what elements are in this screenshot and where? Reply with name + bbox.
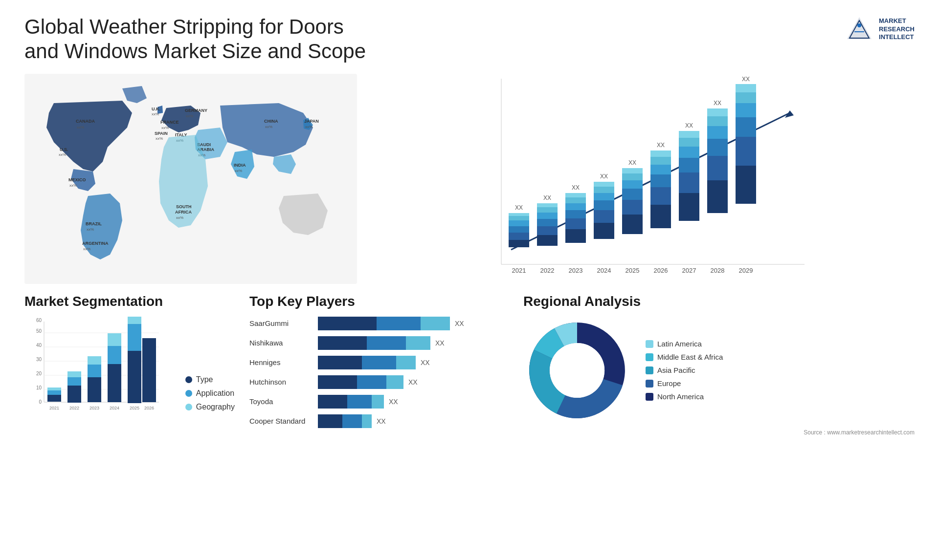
svg-text:40: 40 (36, 343, 42, 348)
player-value-hutchinson: XX (408, 378, 418, 386)
bar-seg2 (357, 375, 386, 389)
legend-color-europe (646, 380, 653, 388)
svg-rect-108 (736, 103, 756, 117)
svg-rect-100 (707, 126, 728, 139)
svg-rect-131 (67, 386, 81, 403)
svg-text:XX: XX (572, 184, 580, 191)
svg-rect-132 (67, 377, 81, 386)
svg-rect-90 (679, 172, 699, 193)
legend-item-type: Type (185, 375, 235, 384)
player-value-nishikawa: XX (435, 339, 445, 347)
svg-text:2023: 2023 (569, 267, 583, 274)
svg-text:2026: 2026 (654, 267, 668, 274)
svg-rect-60 (565, 203, 586, 210)
bar-seg3 (421, 317, 450, 330)
legend-color-asia-pacific (646, 366, 653, 374)
seg-svg-area: 0 10 20 30 40 50 60 (24, 317, 176, 426)
regional-legend-asia-pacific: Asia Pacific (646, 366, 723, 374)
svg-text:50: 50 (36, 328, 42, 334)
svg-text:xx%: xx% (161, 126, 169, 130)
svg-rect-67 (594, 200, 614, 210)
bar-seg3 (372, 395, 384, 409)
svg-text:xx%: xx% (176, 215, 183, 220)
logo-text: MARKET RESEARCH INTELLECT (879, 17, 915, 42)
svg-rect-139 (108, 364, 121, 402)
svg-rect-73 (622, 215, 643, 234)
svg-text:xx%: xx% (305, 125, 313, 129)
svg-rect-147 (142, 338, 156, 402)
player-row-hutchinson: Hutchinson XX (249, 375, 509, 389)
svg-rect-85 (650, 157, 671, 165)
svg-rect-141 (108, 333, 121, 346)
svg-text:xx%: xx% (156, 136, 163, 141)
svg-text:2024: 2024 (110, 406, 119, 410)
svg-rect-61 (565, 197, 586, 203)
key-players-section: Top Key Players SaarGummi XX Nishikawa (249, 294, 509, 436)
svg-rect-105 (736, 166, 756, 204)
svg-rect-77 (622, 173, 643, 180)
svg-rect-46 (509, 213, 529, 216)
map-area: CANADA xx% U.S. xx% MEXICO xx% BRAZIL xx… (24, 74, 357, 284)
svg-rect-135 (88, 377, 101, 402)
player-bar-cooperstandard: XX (318, 414, 509, 428)
svg-text:xx%: xx% (152, 112, 159, 116)
player-row-toyoda: Toyoda XX (249, 395, 509, 409)
bar-seg1 (318, 317, 377, 330)
svg-text:2022: 2022 (540, 267, 555, 274)
svg-rect-107 (736, 117, 756, 137)
svg-text:CHINA: CHINA (264, 119, 278, 124)
svg-rect-51 (537, 219, 558, 226)
legend-item-application: Application (185, 389, 235, 398)
svg-rect-62 (565, 193, 586, 197)
bar-seg1 (318, 336, 367, 350)
player-bar-toyoda: XX (318, 395, 509, 409)
legend-dot-geography (185, 404, 192, 410)
svg-rect-86 (650, 151, 671, 157)
svg-rect-110 (736, 84, 756, 92)
svg-rect-92 (679, 147, 699, 158)
logo-icon (845, 15, 874, 44)
player-row-saargummi: SaarGummi XX (249, 317, 509, 330)
page-title: Global Weather Stripping for Doors and W… (24, 15, 367, 64)
svg-text:XX: XX (742, 76, 750, 83)
svg-rect-58 (565, 218, 586, 229)
legend-color-middle-east (646, 353, 653, 361)
svg-rect-89 (679, 193, 699, 221)
player-name-hutchinson: Hutchinson (249, 378, 313, 386)
svg-rect-74 (622, 200, 643, 215)
player-name-henniges: Henniges (249, 358, 313, 366)
legend-label-north-america: North America (657, 392, 704, 401)
svg-rect-69 (594, 187, 614, 193)
svg-rect-84 (650, 165, 671, 174)
svg-text:XX: XX (714, 100, 721, 107)
svg-text:xx%: xx% (235, 169, 242, 173)
svg-point-3 (857, 23, 861, 27)
logo-area: MARKET RESEARCH INTELLECT (845, 15, 915, 44)
player-bar-nishikawa: XX (318, 336, 509, 350)
svg-rect-140 (108, 346, 121, 364)
regional-legend-latin-america: Latin America (646, 340, 723, 348)
svg-rect-83 (650, 174, 671, 187)
svg-text:U.S.: U.S. (60, 147, 68, 152)
svg-rect-94 (679, 131, 699, 138)
svg-rect-98 (707, 156, 728, 180)
player-row-cooperstandard: Cooper Standard XX (249, 414, 509, 428)
svg-text:xx%: xx% (265, 125, 272, 129)
svg-text:xx%: xx% (59, 152, 66, 157)
svg-rect-137 (88, 356, 101, 365)
legend-label-application: Application (196, 389, 234, 398)
bar-seg1 (318, 375, 357, 389)
svg-rect-136 (88, 365, 101, 377)
svg-text:2024: 2024 (597, 267, 611, 274)
svg-text:INDIA: INDIA (234, 163, 246, 168)
main-content: CANADA xx% U.S. xx% MEXICO xx% BRAZIL xx… (24, 74, 915, 284)
seg-chart-container: 0 10 20 30 40 50 60 (24, 317, 235, 426)
player-name-saargummi: SaarGummi (249, 319, 313, 327)
key-players-title: Top Key Players (249, 294, 509, 309)
svg-text:XX: XX (543, 194, 551, 201)
svg-text:XX: XX (628, 159, 636, 166)
svg-text:SPAIN: SPAIN (155, 131, 168, 136)
svg-rect-102 (707, 108, 728, 116)
svg-text:XX: XX (515, 204, 523, 211)
svg-text:U.K.: U.K. (152, 107, 160, 111)
